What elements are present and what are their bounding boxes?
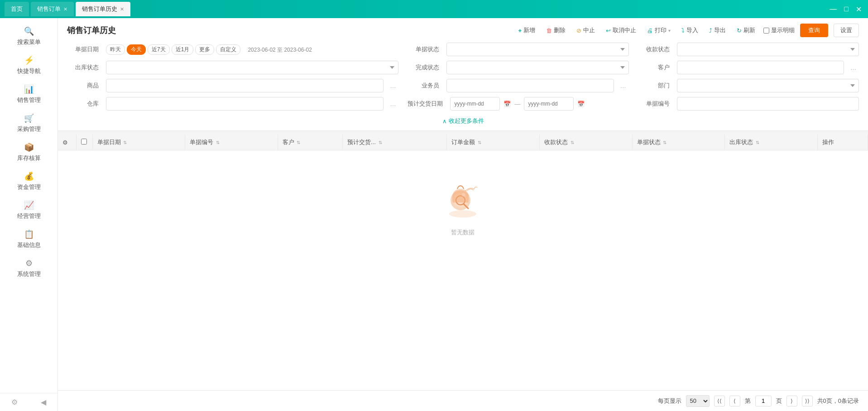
col-order-status[interactable]: 单据状态 ⇅ <box>632 135 725 150</box>
col-number-label: 单据编号 <box>190 139 213 145</box>
date-btn-more[interactable]: 更多 <box>195 44 214 55</box>
sidebar-item-sales[interactable]: 📊 销售管理 <box>0 80 58 109</box>
customer-dots[interactable]: … <box>848 64 859 71</box>
collapse-row[interactable]: ∧ 收起更多条件 <box>67 115 859 125</box>
gear-icon: ⚙ <box>25 258 33 268</box>
refresh-button[interactable]: ↻ 刷新 <box>734 24 758 36</box>
warehouse-input[interactable] <box>106 97 384 111</box>
col-settings[interactable]: ⚙ <box>58 135 76 150</box>
sidebar-item-shortcuts[interactable]: ⚡ 快捷导航 <box>0 51 58 80</box>
select-all-checkbox[interactable] <box>81 139 87 145</box>
first-page-button[interactable]: ⟨⟨ <box>714 396 725 406</box>
filter-payment-status: 收款状态 <box>638 43 859 56</box>
date-btn-today[interactable]: 今天 <box>127 44 146 55</box>
date-buttons: 昨天 今天 近7天 近1月 更多 自定义 <box>106 44 240 55</box>
display-toggle: 显示明细 <box>763 26 795 34</box>
date-btn-1month[interactable]: 近1月 <box>172 44 194 55</box>
filter-department: 部门 <box>638 79 859 92</box>
sidebar-item-operations[interactable]: 📈 经营管理 <box>0 196 58 225</box>
import-button[interactable]: ⤵ 导入 <box>679 24 701 36</box>
col-customer[interactable]: 客户 ⇅ <box>278 135 342 150</box>
table-settings-icon[interactable]: ⚙ <box>62 139 68 146</box>
table-body: 暂无数据 <box>58 150 868 264</box>
order-number-label: 单据编号 <box>638 100 670 108</box>
svg-point-0 <box>449 210 476 218</box>
sidebar-item-basic-info[interactable]: 📋 基础信息 <box>0 225 58 254</box>
cancel-stop-button[interactable]: ↩ 取消中止 <box>603 24 639 36</box>
col-number[interactable]: 单据编号 ⇅ <box>185 135 278 150</box>
empty-text: 暂无数据 <box>451 228 475 237</box>
sort-customer-icon: ⇅ <box>297 140 300 145</box>
tab-home[interactable]: 首页 <box>5 2 29 16</box>
warehouse-dots[interactable]: … <box>387 101 398 107</box>
filter-date-field: 单据日期 昨天 今天 近7天 近1月 更多 自定义 2023-06-02 至 2… <box>67 44 398 55</box>
last-page-button[interactable]: ⟩⟩ <box>802 396 813 406</box>
col-date[interactable]: 单据日期 ⇅ <box>92 135 185 150</box>
col-outbound-status[interactable]: 出库状态 ⇅ <box>725 135 818 150</box>
stop-button[interactable]: ⊘ 中止 <box>574 24 598 36</box>
chevron-up-icon: ∧ <box>442 118 447 125</box>
col-payment-status[interactable]: 收款状态 ⇅ <box>539 135 632 150</box>
col-amount[interactable]: 订单金额 ⇅ <box>447 135 540 150</box>
print-button[interactable]: 🖨 打印 ▾ <box>644 24 673 36</box>
salesperson-dots[interactable]: … <box>618 82 629 89</box>
delivery-date-from[interactable] <box>450 97 500 111</box>
chart-icon: 📊 <box>24 84 34 94</box>
payment-status-select[interactable] <box>677 43 859 56</box>
export-button[interactable]: ⤴ 导出 <box>706 24 729 36</box>
sidebar-item-purchase[interactable]: 🛒 采购管理 <box>0 109 58 138</box>
date-label: 单据日期 <box>67 45 99 53</box>
delivery-date-to[interactable] <box>524 97 574 111</box>
close-window-button[interactable]: ✕ <box>854 5 863 14</box>
product-input[interactable] <box>106 79 384 92</box>
tab-sales-order-history[interactable]: 销售订单历史 ✕ <box>76 2 130 16</box>
top-bar: 首页 销售订单 ✕ 销售订单历史 ✕ — □ ✕ <box>0 0 868 18</box>
filter-row-1: 单据日期 昨天 今天 近7天 近1月 更多 自定义 2023-06-02 至 2… <box>67 43 859 56</box>
close-sales-order-tab[interactable]: ✕ <box>63 6 67 12</box>
collapse-label: 收起更多条件 <box>449 117 484 125</box>
sidebar-item-inventory[interactable]: 📦 库存核算 <box>0 138 58 167</box>
salesperson-input[interactable] <box>446 79 614 92</box>
query-button[interactable]: 查询 <box>800 24 828 37</box>
delete-button[interactable]: 🗑 删除 <box>543 24 568 36</box>
date-dash: — <box>514 101 520 107</box>
sort-delivery-icon: ⇅ <box>379 140 382 145</box>
sidebar-settings-icon[interactable]: ⚙ <box>11 398 18 406</box>
filter-order-number: 单据编号 <box>638 97 859 111</box>
sidebar-collapse-icon[interactable]: ◀ <box>41 398 46 406</box>
sidebar-item-system[interactable]: ⚙ 系统管理 <box>0 254 58 283</box>
footer: 每页显示 10 20 50 100 ⟨⟨ ⟨ 第 页 ⟩ ⟩⟩ 共0页，0条记录 <box>58 390 868 411</box>
cart-icon: 🛒 <box>24 113 34 123</box>
empty-illustration <box>440 178 485 223</box>
date-btn-custom[interactable]: 自定义 <box>216 44 240 55</box>
maximize-button[interactable]: □ <box>842 5 850 13</box>
completion-status-select[interactable] <box>446 61 628 74</box>
col-checkbox[interactable] <box>76 135 92 150</box>
tab-sales-order[interactable]: 销售订单 ✕ <box>31 2 74 16</box>
product-dots[interactable]: … <box>387 82 398 89</box>
outbound-status-select[interactable] <box>106 61 398 74</box>
setting-button[interactable]: 设置 <box>834 24 859 37</box>
new-button[interactable]: + 新增 <box>515 24 538 36</box>
prev-page-button[interactable]: ⟨ <box>729 396 740 406</box>
order-status-select[interactable] <box>446 43 628 56</box>
filter-warehouse: 仓库 … <box>67 97 398 111</box>
minimize-button[interactable]: — <box>828 5 839 13</box>
department-select[interactable] <box>677 79 859 92</box>
col-delivery[interactable]: 预计交货... ⇅ <box>343 135 447 150</box>
date-btn-yesterday[interactable]: 昨天 <box>106 44 125 55</box>
close-sales-order-history-tab[interactable]: ✕ <box>120 6 124 12</box>
sidebar-item-search[interactable]: 🔍 搜索菜单 <box>0 22 58 51</box>
order-number-input[interactable] <box>677 97 859 111</box>
display-detail-checkbox[interactable] <box>763 28 769 34</box>
customer-input[interactable] <box>677 61 844 74</box>
next-page-button[interactable]: ⟩ <box>786 396 797 406</box>
page-title-row: 销售订单历史 + 新增 🗑 删除 ⊘ 中止 ↩ <box>67 24 859 37</box>
page-size-select[interactable]: 10 20 50 100 <box>686 395 710 407</box>
filter-order-status: 单据状态 <box>408 43 628 56</box>
calendar-to-icon[interactable]: 📅 <box>577 101 585 107</box>
page-number-input[interactable] <box>755 396 772 406</box>
calendar-from-icon[interactable]: 📅 <box>504 101 511 107</box>
sidebar-item-finance[interactable]: 💰 资金管理 <box>0 167 58 196</box>
date-btn-7days[interactable]: 近7天 <box>148 44 170 55</box>
